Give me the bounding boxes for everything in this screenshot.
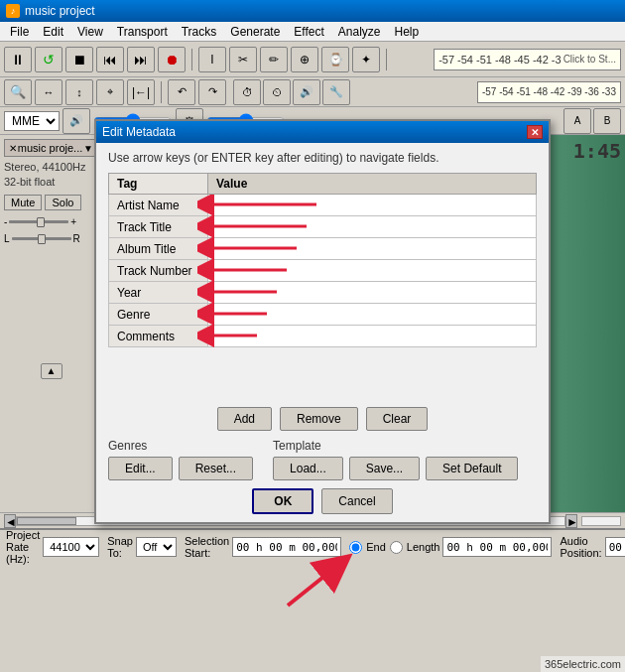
value-cell[interactable] (208, 282, 537, 304)
tag-cell: Artist Name (109, 195, 208, 216)
template-buttons: Load... Save... Set Default (273, 457, 518, 480)
col-value-header: Value (208, 174, 537, 195)
table-row: Album Title (109, 238, 537, 260)
ok-button[interactable]: OK (252, 488, 313, 514)
col-tag-header: Tag (109, 174, 208, 195)
table-row: Artist Name (109, 195, 537, 216)
metadata-table-container: Tag Value Artist NameTrack TitleAlbum Ti… (108, 173, 537, 347)
load-button[interactable]: Load... (273, 457, 343, 480)
tag-cell: Album Title (109, 238, 208, 260)
modal-title-bar: Edit Metadata ✕ (96, 121, 549, 143)
modal-body: Use arrow keys (or ENTER key after editi… (96, 143, 549, 522)
modal-close-button[interactable]: ✕ (527, 125, 543, 139)
modal-instruction: Use arrow keys (or ENTER key after editi… (108, 151, 537, 165)
template-group: Template Load... Save... Set Default (273, 439, 518, 480)
value-cell[interactable] (208, 326, 537, 347)
value-cell[interactable] (208, 260, 537, 282)
tag-cell: Year (109, 282, 208, 304)
table-row: Track Number (109, 260, 537, 282)
table-row: Genre (109, 304, 537, 326)
template-label: Template (273, 439, 518, 453)
ok-arrow-annotation (278, 551, 377, 610)
genres-label: Genres (108, 439, 253, 453)
value-cell[interactable] (208, 195, 537, 216)
metadata-table: Tag Value Artist NameTrack TitleAlbum Ti… (108, 173, 537, 347)
edit-button[interactable]: Edit... (108, 457, 173, 480)
action-buttons-row: Add Remove Clear (108, 407, 537, 431)
remove-button[interactable]: Remove (280, 407, 358, 431)
value-cell[interactable] (208, 216, 537, 238)
genres-buttons: Edit... Reset... (108, 457, 253, 480)
clear-button[interactable]: Clear (366, 407, 429, 431)
modal-title: Edit Metadata (102, 125, 176, 139)
value-cell[interactable] (208, 304, 537, 326)
table-row: Comments (109, 326, 537, 347)
close-icon: ✕ (531, 127, 539, 138)
table-row: Track Title (109, 216, 537, 238)
tag-cell: Genre (109, 304, 208, 326)
tag-cell: Comments (109, 326, 208, 347)
tag-cell: Track Title (109, 216, 208, 238)
add-button[interactable]: Add (217, 407, 272, 431)
save-button[interactable]: Save... (349, 457, 420, 480)
empty-space (108, 357, 537, 407)
genres-group: Genres Edit... Reset... (108, 439, 253, 480)
tag-cell: Track Number (109, 260, 208, 282)
bottom-options: Genres Edit... Reset... Template Load...… (108, 439, 537, 480)
set-default-button[interactable]: Set Default (426, 457, 518, 480)
value-cell[interactable] (208, 238, 537, 260)
edit-metadata-dialog: Edit Metadata ✕ Use arrow keys (or ENTER… (94, 119, 551, 524)
table-row: Year (109, 282, 537, 304)
ok-cancel-row: OK Cancel (108, 488, 537, 514)
reset-button[interactable]: Reset... (179, 457, 253, 480)
cancel-button[interactable]: Cancel (321, 488, 392, 514)
svg-line-9 (288, 566, 337, 605)
modal-overlay: Edit Metadata ✕ Use arrow keys (or ENTER… (0, 0, 625, 672)
